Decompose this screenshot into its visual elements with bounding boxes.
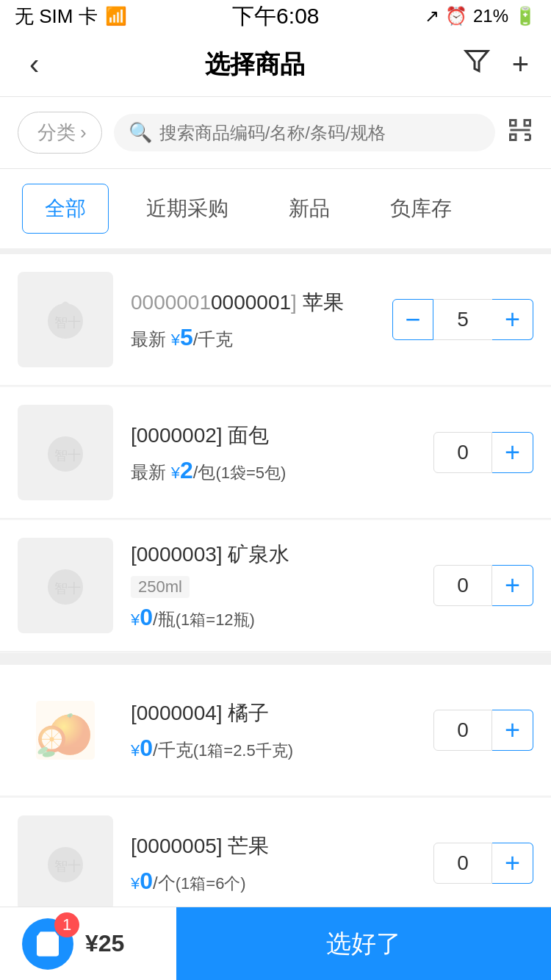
tab-all[interactable]: 全部 bbox=[22, 184, 109, 234]
product-spec: 250ml bbox=[131, 576, 190, 598]
category-label: 分类 bbox=[37, 120, 76, 145]
quantity-input[interactable] bbox=[433, 432, 492, 473]
svg-text:智十: 智十 bbox=[54, 859, 81, 873]
product-name: [0000004] 橘子 bbox=[131, 699, 433, 727]
category-arrow: › bbox=[80, 121, 87, 144]
battery-icon: 🔋 bbox=[514, 6, 536, 26]
quantity-control: + bbox=[433, 432, 533, 473]
status-bar: 无 SIM 卡 📶 下午6:08 ↗ ⏰ 21% 🔋 bbox=[0, 0, 551, 32]
quantity-control: − + bbox=[392, 299, 533, 340]
product-thumbnail: 智十 bbox=[18, 272, 113, 367]
location-icon: ↗ bbox=[425, 6, 439, 26]
quantity-decrease-button[interactable]: − bbox=[392, 299, 433, 340]
scan-icon[interactable] bbox=[507, 117, 533, 149]
quantity-increase-button[interactable]: + bbox=[492, 710, 533, 751]
status-left: 无 SIM 卡 📶 bbox=[15, 4, 127, 29]
product-list: 智十 00000010000001] 苹果 最新 ¥5/千克 − + 智十 bbox=[0, 254, 551, 980]
quantity-increase-button[interactable]: + bbox=[492, 565, 533, 606]
filter-icon[interactable] bbox=[464, 48, 490, 81]
nav-actions: + bbox=[464, 48, 529, 81]
battery-text: 21% bbox=[473, 6, 508, 26]
quantity-control: + bbox=[433, 843, 533, 884]
cart-icon-button[interactable]: 1 bbox=[22, 918, 73, 970]
quantity-increase-button[interactable]: + bbox=[492, 299, 533, 340]
product-thumbnail: 智十 bbox=[18, 405, 113, 500]
bottom-bar: 1 ¥25 选好了 bbox=[0, 907, 551, 980]
product-name: [0000005] 芒果 bbox=[131, 832, 433, 860]
quantity-input[interactable] bbox=[433, 843, 492, 884]
back-button[interactable]: ‹ bbox=[22, 40, 46, 88]
alarm-icon: ⏰ bbox=[445, 6, 467, 26]
svg-text:智十: 智十 bbox=[54, 581, 81, 596]
product-name: [0000002] 面包 bbox=[131, 422, 433, 450]
product-price: ¥0/瓶(1箱=12瓶) bbox=[131, 604, 433, 631]
tab-new-products[interactable]: 新品 bbox=[266, 184, 353, 234]
product-price: 最新 ¥2/包(1袋=5包) bbox=[131, 457, 433, 484]
list-item: 智十 [0000003] 矿泉水 250ml ¥0/瓶(1箱=12瓶) + bbox=[0, 520, 551, 652]
wifi-icon: 📶 bbox=[105, 6, 127, 26]
status-time: 下午6:08 bbox=[232, 1, 319, 32]
section-divider bbox=[0, 653, 551, 665]
search-icon: 🔍 bbox=[129, 121, 152, 144]
status-right: ↗ ⏰ 21% 🔋 bbox=[425, 6, 536, 26]
quantity-increase-button[interactable]: + bbox=[492, 432, 533, 473]
tab-recent-purchase[interactable]: 近期采购 bbox=[123, 184, 251, 234]
quantity-control: + bbox=[433, 710, 533, 751]
cart-badge: 1 bbox=[54, 912, 79, 937]
category-filter-button[interactable]: 分类 › bbox=[18, 112, 102, 154]
quantity-input[interactable] bbox=[433, 710, 492, 751]
product-info: [0000005] 芒果 ¥0/个(1箱=6个) bbox=[131, 832, 433, 895]
confirm-button[interactable]: 选好了 bbox=[176, 907, 551, 980]
svg-point-26 bbox=[49, 737, 54, 741]
tab-negative-stock[interactable]: 负库存 bbox=[367, 184, 475, 234]
svg-rect-3 bbox=[525, 120, 530, 126]
list-item: 智十 [0000002] 面包 最新 ¥2/包(1袋=5包) + bbox=[0, 387, 551, 519]
list-item: [0000004] 橘子 ¥0/千克(1箱=2.5千克) + bbox=[0, 665, 551, 796]
add-button[interactable]: + bbox=[512, 48, 529, 81]
product-info: [0000004] 橘子 ¥0/千克(1箱=2.5千克) bbox=[131, 699, 433, 762]
product-info: [0000003] 矿泉水 250ml ¥0/瓶(1箱=12瓶) bbox=[131, 541, 433, 631]
filter-row: 分类 › 🔍 bbox=[0, 97, 551, 169]
product-info: [0000002] 面包 最新 ¥2/包(1袋=5包) bbox=[131, 422, 433, 484]
svg-rect-4 bbox=[511, 134, 516, 140]
search-input[interactable] bbox=[159, 123, 480, 143]
product-name: [0000003] 矿泉水 bbox=[131, 541, 433, 569]
svg-marker-0 bbox=[466, 51, 488, 71]
product-thumbnail: 智十 bbox=[18, 815, 113, 911]
carrier-text: 无 SIM 卡 bbox=[15, 4, 98, 29]
product-info: 00000010000001] 苹果 最新 ¥5/千克 bbox=[131, 289, 381, 351]
page-title: 选择商品 bbox=[205, 48, 305, 82]
product-price: ¥0/千克(1箱=2.5千克) bbox=[131, 735, 433, 762]
cart-section: 1 ¥25 bbox=[0, 918, 176, 970]
quantity-control: + bbox=[433, 565, 533, 606]
product-thumbnail: 智十 bbox=[18, 538, 113, 633]
svg-rect-2 bbox=[511, 120, 516, 126]
quantity-input[interactable] bbox=[433, 299, 492, 340]
product-thumbnail bbox=[18, 682, 113, 778]
product-price: 最新 ¥5/千克 bbox=[131, 324, 381, 351]
nav-bar: ‹ 选择商品 + bbox=[0, 32, 551, 97]
list-item: 智十 00000010000001] 苹果 最新 ¥5/千克 − + bbox=[0, 254, 551, 386]
tabs-row: 全部 近期采购 新品 负库存 bbox=[0, 169, 551, 254]
quantity-increase-button[interactable]: + bbox=[492, 843, 533, 884]
search-bar: 🔍 bbox=[114, 114, 495, 151]
product-price: ¥0/个(1箱=6个) bbox=[131, 868, 433, 895]
cart-total: ¥25 bbox=[85, 930, 124, 957]
product-name: 00000010000001] 苹果 bbox=[131, 289, 381, 317]
svg-text:智十: 智十 bbox=[54, 448, 81, 463]
svg-text:智十: 智十 bbox=[54, 315, 81, 330]
quantity-input[interactable] bbox=[433, 565, 492, 606]
